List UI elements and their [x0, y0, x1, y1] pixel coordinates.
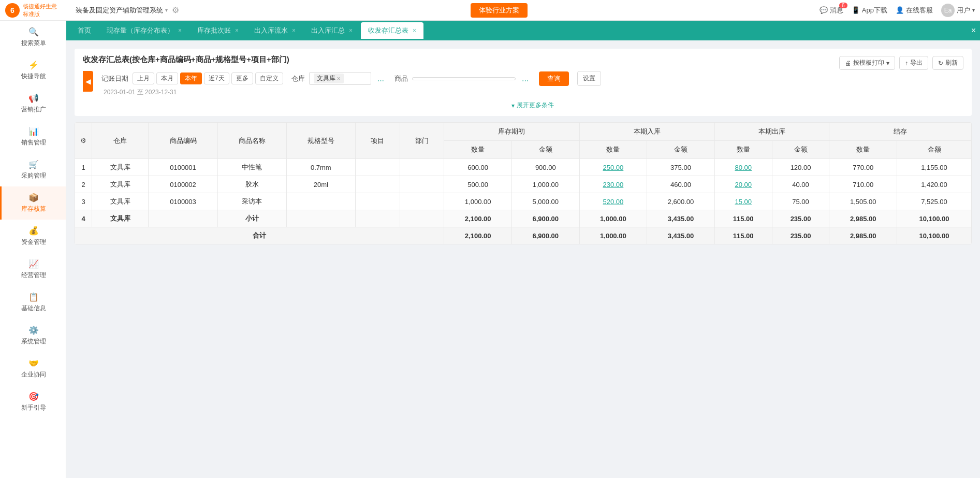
sidebar-item-basic[interactable]: 📋 基础信息: [0, 286, 66, 319]
warehouse-tag-close[interactable]: ×: [337, 75, 341, 82]
sidebar-item-finance[interactable]: 💰 资金管理: [0, 220, 66, 253]
date-btn-this-month[interactable]: 本月: [156, 73, 178, 84]
sidebar-item-cooperation[interactable]: 🤝 企业协同: [0, 352, 66, 385]
row-out-amt: 235.00: [772, 210, 829, 227]
date-btn-7days[interactable]: 近7天: [204, 73, 229, 84]
export-button[interactable]: ↑ 导出: [899, 56, 928, 70]
filter-area: ◀ 记账日期 上月 本月 本年 近7天: [83, 71, 963, 110]
mobile-icon: 📱: [852, 6, 860, 14]
col-settings[interactable]: ⚙: [75, 123, 92, 159]
footer-label: 合计: [75, 227, 444, 244]
col-out-qty-header: 数量: [714, 141, 772, 159]
col-close-amt-header: 金额: [897, 141, 972, 159]
tab-batch[interactable]: 库存批次账 ×: [190, 22, 246, 39]
sidebar-item-sales[interactable]: 📊 销售管理: [0, 120, 66, 153]
sidebar-item-operation[interactable]: 📈 经营管理: [0, 253, 66, 286]
row-in-qty[interactable]: 230.00: [579, 176, 647, 193]
row-warehouse: 文具库: [92, 210, 149, 227]
print-icon: 🖨: [845, 60, 851, 67]
filter-date: 记账日期 上月 本月 本年 近7天 更多 自定义: [101, 73, 283, 84]
col-in-amt-header: 金额: [647, 141, 715, 159]
app-download-item[interactable]: 📱 App下载: [852, 6, 887, 15]
close-icon[interactable]: ×: [413, 27, 416, 34]
row-name: 小计: [217, 210, 286, 227]
close-icon[interactable]: ×: [178, 27, 182, 34]
row-spec: [286, 210, 355, 227]
content-area: 首页 现存量（库存分布表） × 库存批次账 × 出入库流水 × 出入库汇总 ×: [66, 21, 980, 478]
finance-icon: 💰: [28, 226, 39, 236]
avatar: Ea: [941, 4, 955, 17]
tab-flow[interactable]: 出入库流水 ×: [247, 22, 303, 39]
sidebar-item-inventory[interactable]: 📦 库存核算: [0, 186, 66, 220]
online-service-item[interactable]: 👤 在线客服: [896, 6, 933, 15]
system-icon: ⚙️: [28, 325, 39, 335]
row-in-qty[interactable]: 250.00: [579, 159, 647, 176]
date-btn-more[interactable]: 更多: [231, 73, 253, 84]
row-out-qty[interactable]: 115.00: [714, 210, 772, 227]
filter-collapse-button[interactable]: ◀: [83, 71, 93, 92]
date-btn-this-year[interactable]: 本年: [180, 73, 202, 84]
table-footer: 合计 2,100.00 6,900.00 1,000.00 3,435.00 1…: [75, 227, 972, 244]
goods-more-button[interactable]: ...: [520, 74, 531, 83]
row-out-amt: 40.00: [772, 176, 829, 193]
row-dept: [400, 193, 444, 210]
row-out-qty[interactable]: 20.00: [714, 176, 772, 193]
date-btn-last-month[interactable]: 上月: [133, 73, 154, 84]
col-close-header: 结存: [829, 123, 972, 141]
footer-open-qty: 2,100.00: [444, 227, 512, 244]
date-buttons: 上月 本月 本年 近7天 更多 自定义: [133, 73, 283, 84]
close-icon[interactable]: ×: [349, 27, 353, 34]
settings-icon[interactable]: ⚙: [172, 5, 179, 15]
user-item[interactable]: Ea 用户 ▾: [941, 4, 975, 17]
refresh-button[interactable]: ↻ 刷新: [932, 56, 963, 70]
row-project: [355, 159, 400, 176]
chevron-down-icon: ▾: [165, 7, 168, 13]
operation-icon: 📈: [28, 259, 39, 269]
warehouse-more-button[interactable]: ...: [375, 74, 386, 83]
message-item[interactable]: 💬 消息 6: [820, 6, 843, 15]
sidebar-item-guide[interactable]: 🎯 新手引导: [0, 385, 66, 418]
refresh-icon: ↻: [938, 60, 943, 67]
filter-settings-button[interactable]: 设置: [577, 71, 601, 86]
trial-button[interactable]: 体验行业方案: [471, 3, 528, 18]
row-open-amt: 6,900.00: [511, 210, 579, 227]
close-icon[interactable]: ×: [292, 27, 296, 34]
footer-in-amt: 3,435.00: [647, 227, 715, 244]
date-btn-custom[interactable]: 自定义: [255, 73, 283, 84]
sidebar-item-system[interactable]: ⚙️ 系统管理: [0, 319, 66, 352]
col-close-qty-header: 数量: [829, 141, 897, 159]
service-icon: 👤: [896, 6, 904, 14]
row-open-amt: 900.00: [511, 159, 579, 176]
row-out-qty[interactable]: 15.00: [714, 193, 772, 210]
expand-more-button[interactable]: ▾ 展开更多条件: [511, 101, 554, 110]
logo-area: 6 畅捷通好生意 标准版: [5, 3, 71, 18]
row-close-amt: 1,155.00: [897, 159, 972, 176]
tab-summary-io[interactable]: 出入库汇总 ×: [304, 22, 360, 39]
row-close-amt: 1,420.00: [897, 176, 972, 193]
sidebar-item-marketing[interactable]: 📢 营销推广: [0, 87, 66, 120]
sidebar-item-search[interactable]: 🔍 搜索菜单: [0, 21, 66, 54]
row-in-qty[interactable]: 520.00: [579, 193, 647, 210]
sidebar-item-quick[interactable]: ⚡ 快捷导航: [0, 54, 66, 87]
row-name: 采访本: [217, 193, 286, 210]
query-button[interactable]: 查询: [539, 71, 569, 86]
row-in-qty[interactable]: 1,000.00: [579, 210, 647, 227]
row-no: 3: [75, 193, 92, 210]
tabs-close-all-button[interactable]: ×: [971, 26, 976, 35]
footer-close-qty: 2,985.00: [829, 227, 897, 244]
row-out-qty[interactable]: 80.00: [714, 159, 772, 176]
row-name: 胶水: [217, 176, 286, 193]
close-icon[interactable]: ×: [235, 27, 239, 34]
col-spec-header: 规格型号: [286, 123, 355, 159]
page-title-row: 收发存汇总表(按仓库+商品编码+商品+规格型号+项目+部门) 🖨 按模板打印 ▾…: [83, 55, 963, 71]
row-out-amt: 75.00: [772, 193, 829, 210]
goods-input[interactable]: [412, 77, 516, 80]
tab-home[interactable]: 首页: [70, 22, 98, 39]
row-open-qty: 1,000.00: [444, 193, 512, 210]
warehouse-input[interactable]: 文具库 ×: [309, 72, 371, 85]
tab-stock-dist[interactable]: 现存量（库存分布表） ×: [99, 22, 189, 39]
print-button[interactable]: 🖨 按模板打印 ▾: [839, 56, 895, 70]
page-header: 收发存汇总表(按仓库+商品编码+商品+规格型号+项目+部门) 🖨 按模板打印 ▾…: [75, 49, 972, 116]
sidebar-item-purchase[interactable]: 🛒 采购管理: [0, 153, 66, 186]
tab-recv-send[interactable]: 收发存汇总表 ×: [361, 22, 423, 39]
